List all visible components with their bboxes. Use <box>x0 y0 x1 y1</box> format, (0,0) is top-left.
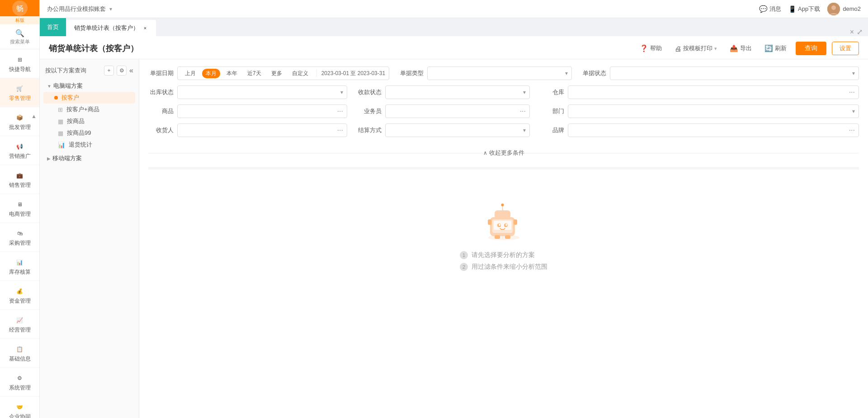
tab-close-all[interactable]: × <box>850 28 854 36</box>
print-button[interactable]: 🖨 按模板打印 ▾ <box>671 43 721 54</box>
divider <box>316 70 317 77</box>
sidebar-item-sales[interactable]: 💼 销售管理 <box>0 165 39 194</box>
tree-item-return-stats[interactable]: 📊 退货统计 <box>43 139 135 151</box>
empty-state: 1 请先选择要分析的方案 2 用过滤条件来缩小分析范围 <box>148 170 859 298</box>
svg-rect-12 <box>495 210 510 218</box>
date-last-7-days[interactable]: 近7天 <box>244 69 265 78</box>
scheme-settings-button[interactable]: ⚙ <box>117 66 127 76</box>
payment-chevron-icon: ▾ <box>523 89 526 95</box>
filter-row-1: 单据日期 上月 本月 本年 近7天 更多 自定义 2023-03-01 至 20… <box>148 66 859 80</box>
sidebar-item-retail[interactable]: 🛒 零售管理 <box>0 78 39 107</box>
sidebar-item-purchase[interactable]: 🛍 采购管理 <box>0 223 39 252</box>
date-filter-control[interactable]: 上月 本月 本年 近7天 更多 自定义 2023-03-01 至 2023-03… <box>177 66 389 80</box>
filter-area: 单据日期 上月 本月 本年 近7天 更多 自定义 2023-03-01 至 20… <box>148 66 859 163</box>
svg-rect-7 <box>494 221 511 230</box>
tree-item-by-product-99[interactable]: ▦ 按商品99 <box>43 127 135 139</box>
active-tab-label: 销货单统计表（按客户） <box>74 24 139 32</box>
panel-header: 按以下方案查询 + ⚙ « <box>43 63 135 78</box>
refresh-button[interactable]: 🔄 刷新 <box>761 43 790 54</box>
message-action[interactable]: 💬 消息 <box>759 5 781 13</box>
receiver-more-icon[interactable]: ··· <box>337 126 343 134</box>
warehouse-control[interactable]: ··· <box>568 86 859 99</box>
order-type-control[interactable]: ▾ <box>427 66 572 80</box>
warehouse-more-icon[interactable]: ··· <box>849 88 855 96</box>
sidebar-item-cooperation[interactable]: 🤝 企业协同 <box>0 397 39 418</box>
sidebar-item-label: 营销推广 <box>9 152 31 160</box>
settlement-label: 结算方式 <box>356 126 382 134</box>
sidebar-item-basic[interactable]: 📋 基础信息 <box>0 339 39 368</box>
tab-active[interactable]: 销货单统计表（按客户） × <box>67 20 156 36</box>
tree-item-label: 按客户 <box>61 94 79 102</box>
filter-row-2: 出库状态 ▾ 收款状态 ▾ <box>148 86 859 99</box>
tree-group-desktop[interactable]: ▼ 电脑端方案 <box>43 80 135 92</box>
tree-item-label: 按商品99 <box>67 129 91 137</box>
sidebar-item-label: 基础信息 <box>9 355 31 363</box>
sidebar-item-finance[interactable]: 💰 资金管理 <box>0 281 39 310</box>
order-status-control[interactable]: ▾ <box>610 66 859 80</box>
tip-2-num: 2 <box>460 263 468 271</box>
panel-collapse-button[interactable]: « <box>129 66 133 75</box>
export-button[interactable]: 📤 导出 <box>726 43 755 54</box>
brand-control[interactable]: ··· <box>568 124 859 137</box>
tree-group-mobile[interactable]: ▶ 移动端方案 <box>43 152 135 164</box>
product-more-icon[interactable]: ··· <box>337 107 343 115</box>
filter-row-4: 收货人 ··· 结算方式 ▾ <box>148 124 859 137</box>
sidebar-item-label: 经营管理 <box>9 326 31 334</box>
brand-more-icon[interactable]: ··· <box>849 126 855 134</box>
collapse-chevron-up-icon: ∧ <box>483 150 487 156</box>
page-actions: ❓ 帮助 🖨 按模板打印 ▾ 📤 导出 🔄 刷新 查询 设置 <box>636 42 859 55</box>
salesperson-control[interactable]: ··· <box>385 104 530 118</box>
wholesale-icon: 📦 <box>15 113 24 122</box>
sidebar-item-label: 系统管理 <box>9 384 31 392</box>
sidebar-item-ecommerce[interactable]: 🖥 电商管理 <box>0 194 39 223</box>
help-label: 帮助 <box>650 44 662 52</box>
tab-maximize[interactable]: ⤢ <box>857 28 863 36</box>
sidebar-item-marketing[interactable]: 📢 营销推广 <box>0 136 39 165</box>
header-title: 办公用品行业模拟账套 <box>47 5 106 13</box>
receiver-control[interactable]: ··· <box>177 124 347 137</box>
tab-home[interactable]: 首页 <box>40 18 66 36</box>
sidebar-item-quick-nav[interactable]: ⊞ 快捷导航 <box>0 49 39 78</box>
salesperson-more-icon[interactable]: ··· <box>520 107 526 115</box>
header-dropdown-icon[interactable]: ▾ <box>109 6 112 12</box>
collapse-button[interactable]: ∧ 收起更多条件 <box>483 145 524 161</box>
export-label: 导出 <box>740 44 752 52</box>
sidebar-item-inventory[interactable]: 📊 库存核算 <box>0 252 39 281</box>
tree-item-by-customer[interactable]: 按客户 <box>43 92 135 104</box>
collapse-area: ∧ 收起更多条件 <box>148 142 859 163</box>
marketing-icon: 📢 <box>15 142 24 151</box>
filter-order-status: 单据状态 ▾ <box>581 66 859 80</box>
app-download-action[interactable]: 📱 App下载 <box>788 5 820 13</box>
help-button[interactable]: ❓ 帮助 <box>636 43 665 54</box>
date-custom[interactable]: 自定义 <box>288 69 312 78</box>
product-control[interactable]: ··· <box>177 104 347 118</box>
add-scheme-button[interactable]: + <box>104 66 114 76</box>
date-this-year[interactable]: 本年 <box>223 69 241 78</box>
export-icon: 📤 <box>730 44 738 52</box>
sidebar-item-operations[interactable]: 📈 经营管理 <box>0 310 39 339</box>
sidebar-item-system[interactable]: ⚙ 系统管理 <box>0 368 39 397</box>
tree-item-by-customer-product[interactable]: ⊞ 按客户+商品 <box>43 104 135 115</box>
payment-control[interactable]: ▾ <box>385 86 530 99</box>
department-label: 部门 <box>539 107 564 115</box>
tree-item-by-product[interactable]: ▦ 按商品 <box>43 115 135 127</box>
app-logo: 畅 <box>0 0 40 16</box>
tab-close-button[interactable]: × <box>142 24 149 32</box>
filter-settlement: 结算方式 ▾ <box>356 124 530 137</box>
date-this-month[interactable]: 本月 <box>202 69 220 78</box>
date-more[interactable]: 更多 <box>268 69 286 78</box>
date-prev-month[interactable]: 上月 <box>181 69 199 78</box>
user-menu[interactable]: demo2 <box>827 3 861 15</box>
sidebar-item-wholesale[interactable]: 📦 批发管理 ▲ <box>0 107 39 136</box>
operations-icon: 📈 <box>15 316 24 325</box>
search-menu[interactable]: 🔍 搜索菜单 <box>0 24 39 49</box>
shipping-control[interactable]: ▾ <box>177 86 347 99</box>
department-control[interactable]: ▾ <box>568 104 859 118</box>
filter-product: 商品 ··· <box>148 104 347 118</box>
query-button[interactable]: 查询 <box>796 42 826 55</box>
filter-date: 单据日期 上月 本月 本年 近7天 更多 自定义 2023-03-01 至 20… <box>148 66 389 80</box>
app-sublabel: 标版 <box>0 16 39 24</box>
empty-tip-1: 1 请先选择要分析的方案 <box>460 251 547 259</box>
settlement-control[interactable]: ▾ <box>385 124 530 137</box>
settings-button[interactable]: 设置 <box>832 42 859 55</box>
